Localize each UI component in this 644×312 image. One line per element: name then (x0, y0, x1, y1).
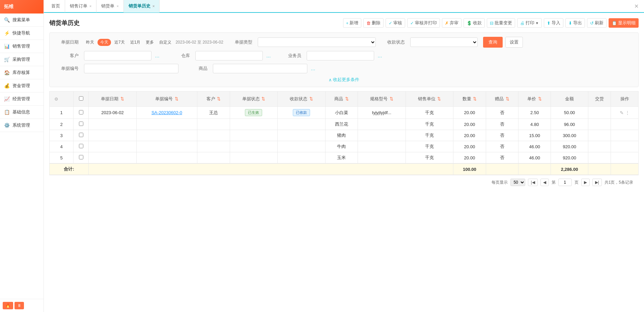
warehouse-ellipsis[interactable]: … (265, 53, 272, 58)
row-gift: 否 (486, 130, 518, 141)
col-customer[interactable]: 客户 ⇅ (197, 92, 230, 107)
salesperson-input[interactable] (307, 51, 374, 60)
col-goods[interactable]: 商品 ⇅ (325, 92, 358, 107)
batch-change-button[interactable]: ⊟ 批量变更 (487, 18, 515, 28)
tab-sales-goods-close[interactable]: × (116, 4, 118, 8)
finance-icon: 💰 (4, 83, 10, 88)
page-content: 销货单历史 + 新增 🗑 删除 ✓ 审核 ✓ 审核并打印 (44, 13, 644, 312)
total-label: 合计: (50, 163, 89, 175)
date-tab-custom[interactable]: 自定义 (157, 39, 173, 46)
tab-home[interactable]: 首页 (47, 0, 65, 12)
doc-type-select[interactable] (258, 37, 376, 47)
tab-sales-history[interactable]: 销货单历史 × (124, 0, 160, 12)
prev-page-btn[interactable]: ◀ (540, 179, 549, 186)
customer-ellipsis[interactable]: … (153, 53, 161, 58)
customer-input[interactable] (84, 51, 151, 60)
col-doc-no[interactable]: 单据编号 ⇅ (136, 92, 197, 107)
col-spec[interactable]: 规格型号 ⇅ (358, 92, 406, 107)
col-gift[interactable]: 赠品 ⇅ (486, 92, 518, 107)
date-tab-7days[interactable]: 近7天 (112, 39, 127, 46)
row-quantity: 20.00 (453, 119, 486, 130)
row-doc-no (136, 152, 197, 164)
import-button[interactable]: ⬆ 导入 (544, 18, 563, 28)
goods-input[interactable] (213, 64, 307, 73)
sidebar-item-label: 基础信息 (12, 109, 30, 115)
sidebar-item-basic-info[interactable]: 📋 基础信息 (0, 106, 44, 119)
print-button[interactable]: 🖨 打印 ▼ (517, 18, 542, 28)
sidebar-item-operations[interactable]: 📈 经营管理 (0, 93, 44, 106)
sidebar-item-finance[interactable]: 💰 资金管理 (0, 79, 44, 93)
review-button[interactable]: ✓ 审核 (386, 18, 405, 28)
total-amount: 2,286.00 (551, 163, 588, 175)
row-payment-status (278, 141, 326, 152)
collapse-button[interactable]: ∧ 收起更多条件 (329, 77, 359, 83)
col-payment-status[interactable]: 收款状态 ⇅ (278, 92, 326, 107)
tab-sales-order[interactable]: 销售订单 × (65, 0, 96, 12)
collect-button[interactable]: 💲 收款 (464, 18, 485, 28)
purchase-icon: 🛒 (4, 57, 10, 62)
row-payment-status (278, 119, 326, 130)
tab-sales-history-close[interactable]: × (152, 4, 155, 8)
warehouse-input[interactable] (195, 51, 263, 60)
more-icon[interactable]: ⋮ (625, 110, 630, 115)
show-detail-button[interactable]: 📋 显示明细 (609, 18, 639, 28)
edit-icon[interactable]: ✎ (620, 110, 624, 115)
filter-row-2: 客户 … 仓库 … 业务员 … (55, 51, 633, 60)
export-button[interactable]: ⬇ 导出 (565, 18, 585, 28)
page-input[interactable] (558, 179, 572, 186)
per-page-select[interactable]: 50 (510, 179, 525, 186)
refresh-button[interactable]: ↺ 刷新 (587, 18, 607, 28)
payment-status-select[interactable] (410, 37, 478, 47)
sidebar-item-purchase[interactable]: 🛒 采购管理 (0, 53, 44, 66)
table-settings-icon[interactable]: ⚙ (52, 94, 61, 104)
tab-sales-goods[interactable]: 销货单 × (96, 0, 123, 12)
doc-no-link[interactable]: SA-20230602-0 (151, 110, 182, 115)
row-customer (197, 141, 230, 152)
sidebar-pause-btn[interactable]: ⏸ (15, 302, 24, 309)
date-tab-more[interactable]: 更多 (144, 39, 156, 46)
sidebar-item-quicknav[interactable]: ⚡ 快捷导航 (0, 27, 44, 40)
tab-home-label: 首页 (51, 3, 60, 9)
row-customer (197, 130, 230, 141)
col-unit[interactable]: 销售单位 ⇅ (405, 92, 453, 107)
doc-no-input[interactable] (84, 64, 178, 73)
col-doc-status[interactable]: 单据状态 ⇅ (230, 92, 278, 107)
page-suffix: 页 (575, 180, 579, 185)
add-button[interactable]: + 新增 (343, 18, 362, 28)
review-label: 审核 (393, 20, 402, 26)
row-amount: 920.00 (551, 152, 588, 164)
date-tab-yesterday[interactable]: 昨天 (84, 39, 96, 46)
review-print-button[interactable]: ✓ 审核并打印 (407, 18, 440, 28)
sidebar-fire-btn[interactable]: 🔥 (3, 302, 13, 309)
query-button[interactable]: 查询 (483, 37, 503, 48)
select-all-checkbox[interactable] (79, 96, 83, 101)
row-gift: 否 (486, 119, 518, 130)
row-spec (358, 152, 406, 164)
last-page-btn[interactable]: ▶| (592, 179, 602, 186)
goods-label: 商品 (184, 66, 207, 72)
goods-ellipsis[interactable]: … (309, 66, 317, 71)
refresh-icon: ↺ (590, 21, 594, 26)
salesperson-ellipsis[interactable]: … (376, 53, 384, 58)
sidebar-item-search[interactable]: 🔍 搜索菜单 (0, 14, 44, 27)
row-customer: 王总 (197, 107, 230, 119)
sidebar-item-sales[interactable]: 📊 销售管理 (0, 40, 44, 53)
col-quantity[interactable]: 数量 ⇅ (453, 92, 486, 107)
sidebar-item-inventory[interactable]: 🏠 库存核算 (0, 66, 44, 79)
tab-sales-order-close[interactable]: × (89, 4, 91, 8)
row-num: 1 (50, 107, 74, 119)
operations-icon: 📈 (4, 96, 10, 102)
delete-button[interactable]: 🗑 删除 (363, 18, 384, 28)
col-doc-date[interactable]: 单据日期 ⇅ (89, 92, 137, 107)
row-doc-status (230, 130, 278, 141)
date-tab-today[interactable]: 今天 (97, 39, 111, 46)
abandon-button[interactable]: ✗ 弃审 (442, 18, 461, 28)
date-tab-1month[interactable]: 近1月 (128, 39, 143, 46)
col-unit-price[interactable]: 单价 ⇅ (519, 92, 551, 107)
next-page-btn[interactable]: ▶ (581, 179, 590, 186)
sidebar-item-sys-mgmt[interactable]: ⚙️ 系统管理 (0, 119, 44, 132)
tab-bar-close-btn[interactable]: ✕ (632, 3, 641, 9)
salesperson-label: 业务员 (278, 53, 301, 59)
first-page-btn[interactable]: |◀ (528, 179, 537, 186)
settings-button[interactable]: 设置 (505, 37, 523, 48)
